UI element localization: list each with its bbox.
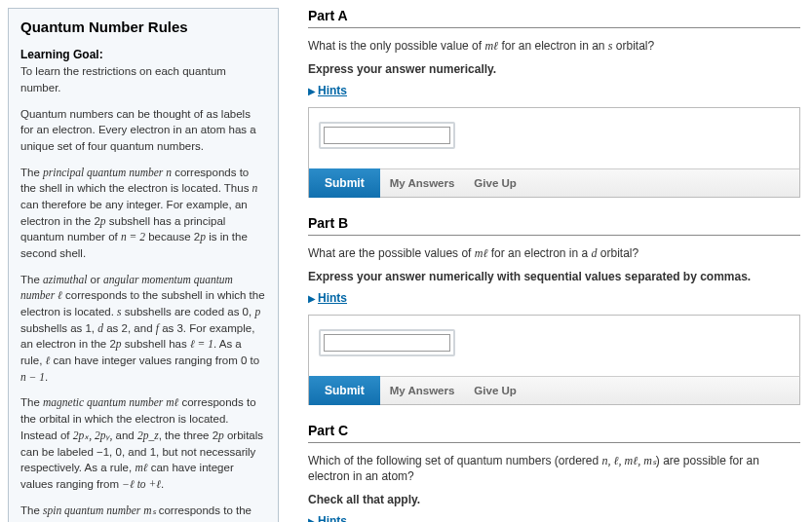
part-c-title: Part C	[308, 423, 800, 443]
page-title: Quantum Number Rules	[20, 19, 266, 35]
azimuthal-paragraph: The azimuthal or angular momentum quantu…	[20, 272, 266, 386]
part-a-question: What is the only possible value of mℓ fo…	[308, 38, 800, 55]
learning-goal-text: To learn the restrictions on each quantu…	[20, 65, 226, 93]
part-b-question: What are the possible values of mℓ for a…	[308, 245, 800, 262]
my-answers-button-a[interactable]: My Answers	[380, 177, 465, 189]
magnetic-paragraph: The magnetic quantum number mℓ correspon…	[20, 394, 266, 492]
part-b-answer-box	[308, 315, 800, 376]
part-c-instruction: Check all that apply.	[308, 493, 800, 506]
part-a-input[interactable]	[324, 127, 450, 144]
learning-goal-label: Learning Goal:	[20, 48, 103, 61]
caret-right-icon: ▶	[308, 86, 316, 96]
hints-link-b[interactable]: Hints	[318, 291, 347, 305]
part-b-button-row: Submit My Answers Give Up	[308, 376, 800, 405]
learning-goal-box: Quantum Number Rules Learning Goal: To l…	[8, 8, 279, 522]
hints-link-a[interactable]: Hints	[318, 84, 347, 97]
caret-right-icon: ▶	[308, 293, 316, 304]
part-a-answer-box	[308, 107, 800, 168]
give-up-button-a[interactable]: Give Up	[464, 177, 525, 189]
hints-link-c[interactable]: Hints	[318, 514, 347, 522]
principal-paragraph: The principal quantum number n correspon…	[20, 165, 266, 262]
intro-paragraph: Quantum numbers can be thought of as lab…	[20, 106, 266, 155]
part-b-input[interactable]	[324, 334, 450, 352]
part-a-instruction: Express your answer numerically.	[308, 62, 800, 76]
part-c-question: Which of the following set of quantum nu…	[308, 453, 800, 486]
right-panel: Part A What is the only possible value o…	[290, 0, 812, 522]
left-panel: Quantum Number Rules Learning Goal: To l…	[0, 0, 290, 522]
give-up-button-b[interactable]: Give Up	[464, 385, 525, 396]
my-answers-button-b[interactable]: My Answers	[380, 385, 465, 396]
part-a-button-row: Submit My Answers Give Up	[308, 168, 800, 198]
spin-paragraph: The spin quantum number mₛ corresponds t…	[20, 503, 266, 522]
submit-button-b[interactable]: Submit	[309, 376, 380, 405]
part-b-instruction: Express your answer numerically with seq…	[308, 270, 800, 283]
submit-button-a[interactable]: Submit	[309, 168, 380, 198]
part-a-title: Part A	[308, 8, 800, 28]
caret-right-icon: ▶	[308, 516, 316, 522]
part-b-title: Part B	[308, 215, 800, 236]
